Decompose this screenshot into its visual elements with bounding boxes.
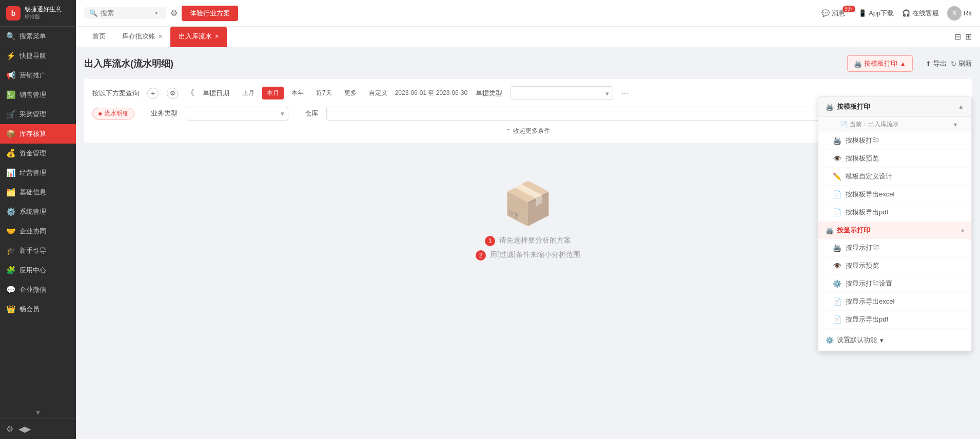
sidebar-item-label: 系统管理 bbox=[19, 207, 46, 216]
date-tab-more[interactable]: 更多 bbox=[340, 87, 361, 99]
topbar-gear-icon[interactable]: ⚙ bbox=[170, 8, 178, 18]
settings-icon[interactable]: ⚙ bbox=[6, 424, 13, 434]
display-section-icon: 🖨️ bbox=[826, 227, 834, 234]
online-service-item[interactable]: 🎧 在线客服 bbox=[902, 9, 939, 18]
search-icon: 🔍 bbox=[89, 9, 97, 17]
sidebar-item-finance[interactable]: 💰 资金管理 bbox=[0, 144, 76, 163]
sidebar-item-system[interactable]: ⚙️ 系统管理 bbox=[0, 202, 76, 222]
empty-step-1-text: 请先选择要分析的方案 bbox=[499, 236, 571, 245]
dropdown-title: 🖨️ 按模板打印 bbox=[826, 102, 870, 111]
user-initials: R bbox=[952, 10, 956, 16]
topbar-search-box[interactable]: 🔍 ▾ bbox=[84, 7, 166, 19]
collapse-sidebar-icon[interactable]: ◀▶ bbox=[18, 424, 31, 434]
filter-tag[interactable]: ● 流水明细 bbox=[92, 108, 134, 119]
dp-display-preview[interactable]: 👁️ 按显示预览 bbox=[818, 257, 971, 275]
sidebar-item-guide[interactable]: 🎓 新手引导 bbox=[0, 241, 76, 261]
quick-nav-icon: ⚡ bbox=[6, 51, 15, 61]
date-filter: 上月 本月 本年 近7天 更多 自定义 2023-06-01 至 2023-06… bbox=[238, 87, 467, 99]
minimize-tab-button[interactable]: ⊟ bbox=[954, 32, 961, 42]
display-pdf-icon: 📄 bbox=[833, 315, 841, 324]
page-title: 出入库流水(流水明细) bbox=[84, 57, 173, 70]
printer-header-icon: 🖨️ bbox=[826, 103, 834, 111]
app-download-item[interactable]: 📱 App下载 bbox=[858, 9, 894, 18]
topbar: 🔍 ▾ ⚙ 体验行业方案 💬 消息 99+ 📱 App下载 🎧 在线客服 bbox=[76, 0, 980, 27]
export-button[interactable]: ⬆ 导出 bbox=[926, 59, 947, 68]
sidebar-item-sales[interactable]: 💹 销售管理 bbox=[0, 85, 76, 105]
dp-template-excel[interactable]: 📄 按模板导出excel bbox=[818, 186, 971, 204]
sidebar-item-wechat[interactable]: 💬 企业微信 bbox=[0, 280, 76, 300]
sidebar-item-member[interactable]: 👑 畅会员 bbox=[0, 300, 76, 319]
filter-settings-button[interactable]: ⚙ bbox=[167, 88, 178, 99]
sales-icon: 💹 bbox=[6, 90, 15, 99]
industry-solution-button[interactable]: 体验行业方案 bbox=[182, 6, 238, 21]
sidebar: b 畅捷通好生意 标准版 🔍 搜索菜单 ⚡ 快捷导航 📢 营销推广 💹 销售管理… bbox=[0, 0, 76, 439]
tab-home[interactable]: 首页 bbox=[84, 27, 114, 47]
inventory-icon: 📦 bbox=[6, 129, 15, 138]
maximize-tab-button[interactable]: ⊞ bbox=[965, 32, 972, 42]
dropdown-collapse-icon[interactable]: ▲ bbox=[958, 103, 964, 110]
date-tab-custom[interactable]: 自定义 bbox=[364, 87, 392, 99]
dp-display-pdf[interactable]: 📄 按显示导出pdf bbox=[818, 311, 971, 329]
sidebar-item-label: 新手引导 bbox=[19, 246, 46, 255]
date-tab-prev-month[interactable]: 上月 bbox=[238, 87, 259, 99]
dp-template-print[interactable]: 🖨️ 按模板打印 bbox=[818, 132, 971, 150]
warehouse-input[interactable]: ··· bbox=[326, 107, 884, 121]
dp-display-excel[interactable]: 📄 按显示导出excel bbox=[818, 293, 971, 311]
sidebar-item-marketing[interactable]: 📢 营销推广 bbox=[0, 66, 76, 85]
pdf-item-icon: 📄 bbox=[833, 208, 841, 216]
sidebar-item-label: 畅会员 bbox=[19, 305, 40, 314]
filter-tag-icon: ● bbox=[98, 109, 102, 117]
sidebar-item-operations[interactable]: 📊 经营管理 bbox=[0, 163, 76, 183]
date-tab-last7[interactable]: 近7天 bbox=[311, 87, 337, 99]
preview-item-icon: 👁️ bbox=[833, 154, 841, 163]
app-name: 畅捷通好生意 bbox=[25, 6, 62, 14]
sidebar-scroll-down[interactable]: ▼ bbox=[0, 407, 76, 418]
printer-icon: 🖨️ bbox=[854, 60, 862, 68]
sidebar-bottom: ⚙ ◀▶ bbox=[0, 418, 76, 439]
sidebar-item-collab[interactable]: 🤝 企业协同 bbox=[0, 222, 76, 241]
dp-display-print[interactable]: 🖨️ 按显示打印 bbox=[818, 239, 971, 257]
dp-template-custom[interactable]: ✏️ 模板自定义设计 bbox=[818, 168, 971, 186]
dp-display-settings[interactable]: ⚙️ 按显示打印设置 bbox=[818, 275, 971, 293]
sidebar-item-inventory[interactable]: 📦 库存核算 bbox=[0, 124, 76, 144]
dp-template-pdf[interactable]: 📄 按模板导出pdf bbox=[818, 204, 971, 222]
sidebar-item-app-center[interactable]: 🧩 应用中心 bbox=[0, 261, 76, 280]
biz-type-select[interactable] bbox=[186, 107, 288, 121]
finance-icon: 💰 bbox=[6, 149, 15, 158]
print-template-button[interactable]: 🖨️ 按模板打印 ▲ bbox=[847, 55, 913, 72]
tab-batch-close[interactable]: × bbox=[159, 33, 162, 40]
sidebar-item-purchase[interactable]: 🛒 采购管理 bbox=[0, 105, 76, 124]
doc-type-more-icon[interactable]: ··· bbox=[621, 89, 628, 98]
topbar-search-input[interactable] bbox=[101, 9, 152, 17]
user-profile-item[interactable]: R Rit bbox=[947, 6, 972, 21]
page-container: 出入库流水(流水明细) 🖨️ 按模板打印 ▲ ⬆ 导出 ↻ 刷新 bbox=[76, 47, 980, 439]
dp-template-preview[interactable]: 👁️ 按模板预览 bbox=[818, 150, 971, 168]
date-tab-current-year[interactable]: 本年 bbox=[287, 87, 308, 99]
filter-collapse-button[interactable]: 《 bbox=[186, 88, 194, 98]
sidebar-item-basic[interactable]: 🗂️ 基础信息 bbox=[0, 183, 76, 202]
dp-display-section-header[interactable]: 🖨️ 按显示打印 ▾ bbox=[818, 222, 971, 239]
tab-flow-close[interactable]: × bbox=[215, 33, 219, 40]
tab-flow[interactable]: 出入库流水 × bbox=[170, 27, 227, 47]
divider bbox=[919, 58, 919, 69]
doc-type-select[interactable] bbox=[511, 86, 613, 100]
guide-icon: 🎓 bbox=[6, 246, 15, 255]
filter-add-button[interactable]: + bbox=[147, 88, 159, 99]
date-tab-current-month[interactable]: 本月 bbox=[262, 87, 284, 99]
chevron-up-small-icon: ⌃ bbox=[506, 128, 511, 135]
display-section-arrow: ▾ bbox=[961, 227, 964, 234]
message-item[interactable]: 💬 消息 99+ bbox=[821, 9, 850, 18]
logo-icon: b bbox=[6, 6, 21, 21]
tab-batch[interactable]: 库存批次账 × bbox=[114, 27, 170, 47]
tab-flow-label: 出入库流水 bbox=[179, 32, 212, 41]
tab-controls: ⊟ ⊞ bbox=[954, 32, 972, 42]
set-default-button[interactable]: ⚙️ 设置默认功能 ▾ bbox=[826, 333, 884, 347]
app-logo: b 畅捷通好生意 标准版 bbox=[0, 0, 76, 27]
marketing-icon: 📢 bbox=[6, 71, 15, 80]
sidebar-item-quick-nav[interactable]: ⚡ 快捷导航 bbox=[0, 46, 76, 66]
empty-step-1: 1 请先选择要分析的方案 bbox=[485, 236, 571, 246]
refresh-button[interactable]: ↻ 刷新 bbox=[951, 59, 972, 68]
topbar-left: 🔍 ▾ ⚙ 体验行业方案 bbox=[84, 6, 815, 21]
sidebar-item-label: 资金管理 bbox=[19, 149, 46, 158]
sidebar-item-search[interactable]: 🔍 搜索菜单 bbox=[0, 27, 76, 46]
